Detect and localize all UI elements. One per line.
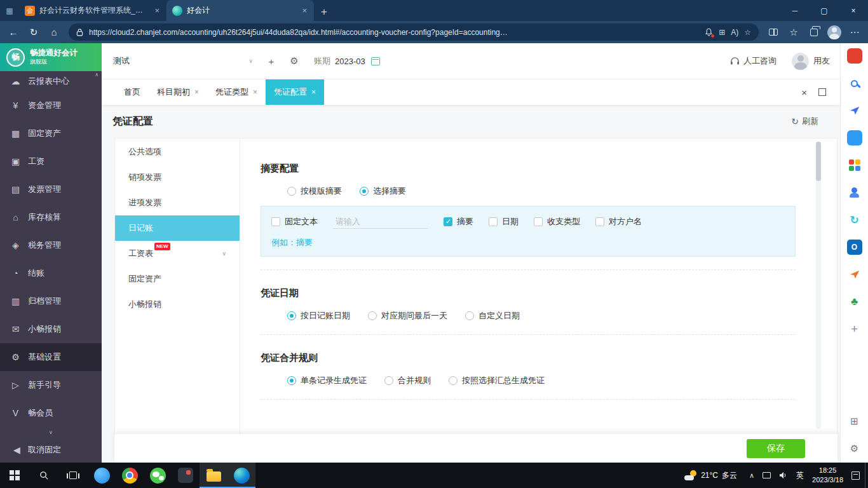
new-tab-button[interactable]: + bbox=[315, 3, 333, 21]
color-grid-icon[interactable] bbox=[847, 158, 862, 173]
sidebar-item-archive-management[interactable]: ▥归档管理 bbox=[0, 287, 102, 315]
hidden-icons-chevron[interactable]: ∧ bbox=[749, 471, 754, 480]
close-window-button[interactable]: × bbox=[839, 0, 868, 21]
browser-tab-inactive[interactable]: 会 好会计云财务软件管理系统_会计 × bbox=[19, 0, 166, 21]
box-icon[interactable] bbox=[847, 130, 862, 146]
taskbar-clock[interactable]: 18:25 2023/3/18 bbox=[812, 466, 843, 485]
refresh-button[interactable]: ↻ 刷新 bbox=[791, 116, 818, 127]
add-account-set-button[interactable]: + bbox=[263, 53, 280, 69]
tab-close-icon[interactable]: × bbox=[301, 6, 308, 15]
form-scrollbar[interactable] bbox=[816, 142, 821, 429]
tab-home[interactable]: 首页 bbox=[116, 79, 149, 105]
scroll-up-icon[interactable]: ∧ bbox=[95, 72, 98, 78]
radio-period-last-day[interactable]: 对应期间最后一天 bbox=[368, 310, 447, 322]
add-app-icon[interactable]: + bbox=[847, 322, 862, 337]
send-icon[interactable] bbox=[847, 267, 862, 282]
search-icon[interactable] bbox=[847, 76, 862, 91]
brand-header[interactable]: 畅 畅捷通好会计 旗舰版 bbox=[0, 43, 102, 71]
sidebar-item-funds-management[interactable]: ¥资金管理 bbox=[0, 92, 102, 119]
user-menu[interactable]: 用友 bbox=[792, 53, 830, 70]
tab-close-icon[interactable]: × bbox=[194, 88, 199, 97]
reload-button[interactable]: ↻ bbox=[24, 23, 43, 42]
maximize-button[interactable]: ▢ bbox=[810, 0, 839, 21]
menu-item-fixed-assets[interactable]: 固定资产 bbox=[115, 266, 240, 292]
taskbar-app-chrome[interactable] bbox=[116, 463, 144, 488]
paper-plane-icon[interactable] bbox=[847, 103, 862, 118]
action-center-icon[interactable] bbox=[851, 471, 860, 480]
menu-item-purchase-invoice[interactable]: 进项发票 bbox=[115, 190, 240, 215]
period-picker[interactable]: 账期 2023-03 bbox=[314, 55, 380, 67]
sidebar-item-expense[interactable]: ✉小畅报销 bbox=[0, 315, 102, 343]
radio-single-record[interactable]: 单条记录生成凭证 bbox=[287, 375, 367, 386]
notifications-blocked-icon[interactable] bbox=[705, 28, 713, 37]
checkbox-date[interactable]: 日期 bbox=[489, 216, 519, 227]
menu-item-common-options[interactable]: 公共选项 bbox=[115, 139, 240, 165]
tab-voucher-type[interactable]: 凭证类型× bbox=[207, 79, 266, 105]
fullscreen-icon[interactable] bbox=[818, 88, 826, 96]
display-icon[interactable] bbox=[763, 472, 771, 478]
home-button[interactable]: ⌂ bbox=[44, 23, 64, 42]
taskbar-app-edge[interactable] bbox=[227, 463, 255, 488]
sidebar-item-member[interactable]: V畅会员 bbox=[0, 399, 102, 427]
sidebar-item-inventory-accounting[interactable]: ⌂库存核算 bbox=[0, 203, 102, 231]
grid-icon[interactable]: ⊞ bbox=[847, 414, 862, 429]
tab-close-icon[interactable]: × bbox=[311, 88, 316, 97]
tree-icon[interactable]: ♣ bbox=[847, 294, 862, 309]
browser-menu-icon[interactable]: ⋯ bbox=[845, 23, 864, 42]
task-view-button[interactable] bbox=[58, 463, 88, 488]
minimize-button[interactable]: ─ bbox=[780, 0, 810, 21]
radio-select-summary[interactable]: 选择摘要 bbox=[360, 186, 406, 197]
tab-voucher-config[interactable]: 凭证配置× bbox=[266, 79, 324, 105]
sidebar-item-tax-management[interactable]: ◈税务管理 bbox=[0, 231, 102, 259]
radio-merge-rule[interactable]: 合并规则 bbox=[384, 375, 431, 386]
close-all-tabs-icon[interactable]: × bbox=[801, 87, 807, 98]
checkbox-fixed-text[interactable]: 固定文本 bbox=[271, 216, 318, 227]
save-button[interactable]: 保存 bbox=[747, 439, 805, 458]
taskbar-search-button[interactable] bbox=[29, 463, 58, 488]
sidebar-item-beginner-guide[interactable]: ▷新手引导 bbox=[0, 371, 102, 399]
outlook-icon[interactable]: O bbox=[847, 240, 862, 255]
favorites-icon[interactable]: ☆ bbox=[784, 23, 803, 42]
people-icon[interactable] bbox=[847, 185, 862, 200]
back-button[interactable]: ← bbox=[4, 23, 23, 42]
taskbar-app-messenger[interactable] bbox=[88, 463, 116, 488]
site-apps-icon[interactable]: ⊞ bbox=[719, 28, 725, 37]
split-screen-icon[interactable] bbox=[764, 23, 783, 42]
account-settings-icon[interactable]: ⚙ bbox=[286, 53, 302, 69]
profile-avatar[interactable] bbox=[827, 25, 841, 39]
weather-widget[interactable]: 21°C 多云 bbox=[681, 470, 741, 481]
taskbar-app-dark[interactable] bbox=[172, 463, 200, 488]
support-button[interactable]: 人工咨询 bbox=[730, 55, 776, 67]
radio-custom-date[interactable]: 自定义日期 bbox=[465, 310, 520, 322]
account-set-select[interactable]: 测试 ∨ bbox=[112, 51, 257, 71]
sync-icon[interactable]: ↻ bbox=[847, 212, 862, 227]
sidebar-item-basic-settings[interactable]: ⚙基础设置 bbox=[0, 343, 102, 371]
checkbox-counterparty-name[interactable]: 对方户名 bbox=[595, 216, 642, 227]
menu-item-journal[interactable]: 日记账 bbox=[115, 215, 240, 241]
read-aloud-icon[interactable]: A) bbox=[731, 28, 738, 37]
checkbox-summary[interactable]: 摘要 bbox=[444, 216, 473, 227]
tab-close-icon[interactable]: × bbox=[153, 6, 161, 15]
rail-settings-icon[interactable]: ⚙ bbox=[847, 441, 862, 456]
sidebar-item-cloud-report-center[interactable]: ☁云报表中心 bbox=[0, 71, 102, 92]
unpin-sidebar-button[interactable]: ◀ 取消固定 bbox=[0, 437, 102, 463]
address-bar[interactable]: https://cloud2.chanjet.com/accounting/uh… bbox=[69, 24, 759, 41]
sidebar-item-payroll[interactable]: ▣工资 bbox=[0, 147, 102, 175]
radio-template-summary[interactable]: 按模版摘要 bbox=[287, 186, 342, 197]
input-language-button[interactable]: 英 bbox=[796, 470, 804, 481]
show-desktop-button[interactable] bbox=[865, 463, 868, 488]
radio-journal-date[interactable]: 按日记账日期 bbox=[287, 310, 350, 322]
tab-subject-opening[interactable]: 科目期初× bbox=[149, 79, 207, 105]
scrollbar-thumb[interactable] bbox=[816, 142, 821, 181]
start-button[interactable] bbox=[0, 463, 29, 488]
taskbar-app-wechat[interactable] bbox=[144, 463, 172, 488]
scroll-down-icon[interactable]: ∨ bbox=[0, 427, 102, 437]
tab-list-icon[interactable]: ▦ bbox=[0, 0, 19, 21]
volume-icon[interactable] bbox=[779, 471, 788, 479]
menu-item-sales-invoice[interactable]: 销项发票 bbox=[115, 165, 240, 190]
taskbar-app-explorer[interactable] bbox=[200, 463, 227, 488]
radio-summarize-selected[interactable]: 按照选择汇总生成凭证 bbox=[449, 375, 545, 386]
add-favorite-icon[interactable]: ☆ bbox=[744, 28, 751, 37]
sidebar-item-closing[interactable]: ◔结账 bbox=[0, 259, 102, 287]
fixed-text-input[interactable] bbox=[333, 215, 428, 229]
